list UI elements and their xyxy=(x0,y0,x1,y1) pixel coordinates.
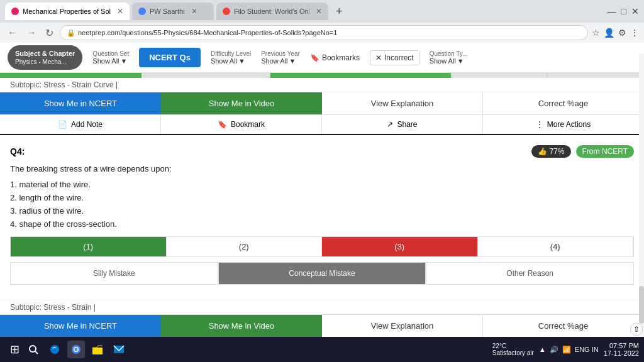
tab-filo[interactable]: Filo Student: World's Only Li... ✕ xyxy=(216,3,328,20)
tray-icon-1: ▲ xyxy=(539,346,546,353)
answer-option-1[interactable]: (1) xyxy=(11,237,167,256)
previous-year-label: Previous Year xyxy=(261,50,300,57)
answer-option-4[interactable]: (4) xyxy=(478,237,634,256)
maximize-button[interactable]: □ xyxy=(621,6,626,16)
scroll-up-button[interactable]: ⇧ xyxy=(630,323,643,336)
taskbar-chrome-icon[interactable] xyxy=(67,341,85,358)
bookmark-star-icon[interactable]: ☆ xyxy=(592,28,600,38)
progress-segment-4 xyxy=(451,73,548,78)
option-4: 4. shape of the cross-section. xyxy=(10,219,634,229)
conceptual-mistake-button[interactable]: Conceptual Mistake xyxy=(218,262,426,285)
taskbar-files-icon[interactable] xyxy=(89,341,106,358)
question-type-value: Show All ▼ xyxy=(430,57,468,65)
bottom-subtopic-bar: Subtopic: Stress - Strain | xyxy=(0,300,644,314)
clock-time: 07:57 PM xyxy=(609,342,639,349)
silly-mistake-button[interactable]: Silly Mistake xyxy=(10,262,218,285)
tab-close-filo[interactable]: ✕ xyxy=(316,7,322,16)
option-2: 2. length of the wire. xyxy=(10,193,634,202)
tab-close-mechanical[interactable]: ✕ xyxy=(117,7,123,16)
incorrect-button[interactable]: ✕ Incorrect xyxy=(370,50,419,65)
answer-bar: (1) (2) (3) (4) xyxy=(10,236,634,257)
share-button[interactable]: ↗ Share xyxy=(322,115,483,134)
difficulty-filter[interactable]: Difficulty Level Show All ▼ xyxy=(211,50,251,65)
taskbar-pinned-icons xyxy=(25,341,128,358)
share-icon: ↗ xyxy=(387,120,393,129)
bottom-correct-pctage-button[interactable]: Correct %age xyxy=(483,315,644,337)
show-video-button[interactable]: Show Me in Video xyxy=(161,92,322,114)
question-type-label: Question Ty... xyxy=(430,50,468,57)
system-tray: ▲ 🔊 📶 ENG IN xyxy=(539,346,599,354)
extensions-icon[interactable]: ⚙ xyxy=(618,28,626,38)
browser-icons: ☆ 👤 ⚙ ⋮ xyxy=(592,28,639,38)
bookmarks-button[interactable]: 🔖 Bookmarks xyxy=(310,53,360,62)
option-1: 1. material of the wire. xyxy=(10,180,634,189)
bottom-view-explanation-button[interactable]: View Explanation xyxy=(322,315,483,337)
question-type-filter[interactable]: Question Ty... Show All ▼ xyxy=(430,50,468,65)
minimize-button[interactable]: — xyxy=(608,6,616,16)
bookmark-button[interactable]: 🔖 Bookmark xyxy=(161,115,322,134)
browser-tabs-bar: Mechanical Properties of Solids: S... ✕ … xyxy=(0,0,644,23)
progress-bar-area xyxy=(0,73,644,78)
view-explanation-button[interactable]: View Explanation xyxy=(322,92,483,114)
bookmarks-label: Bookmarks xyxy=(322,53,360,62)
taskbar-edge-icon[interactable] xyxy=(46,341,64,358)
subject-chapter-button[interactable]: Subject & Chapter Physics - Mecha... xyxy=(8,45,82,70)
tab-icon-mechanical xyxy=(11,8,19,15)
previous-year-filter[interactable]: Previous Year Show All ▼ xyxy=(261,50,300,65)
question-badges: 👍 77% From NCERT xyxy=(531,145,634,158)
window-controls: — □ ✕ xyxy=(608,6,639,16)
previous-year-value: Show All ▼ xyxy=(261,57,300,65)
svg-point-4 xyxy=(75,348,78,351)
tab-mechanical[interactable]: Mechanical Properties of Solids: S... ✕ xyxy=(5,3,130,20)
more-actions-button[interactable]: ⋮ More Actions xyxy=(483,115,644,134)
tab-saarthi[interactable]: PW Saarthi ✕ xyxy=(132,3,214,20)
url-text: neetprep.com/questions/55-Physics/684-Me… xyxy=(78,29,337,36)
new-tab-button[interactable]: + xyxy=(331,5,348,18)
address-bar[interactable]: 🔒 neetprep.com/questions/55-Physics/684-… xyxy=(60,25,588,40)
refresh-button[interactable]: ↻ xyxy=(43,26,56,40)
add-note-button[interactable]: 📄 Add Note xyxy=(0,115,161,134)
bottom-show-video-button[interactable]: Show Me in Video xyxy=(161,315,322,337)
tab-icon-filo xyxy=(223,8,230,15)
question-number: Q4: xyxy=(10,146,25,156)
show-ncert-button[interactable]: Show Me in NCERT xyxy=(0,92,161,114)
bookmark-icon: 🔖 xyxy=(310,53,319,62)
back-button[interactable]: ← xyxy=(5,26,20,40)
bottom-show-ncert-button[interactable]: Show Me in NCERT xyxy=(0,315,161,337)
taskbar-search-icon[interactable] xyxy=(25,341,42,358)
taskbar-mail-icon[interactable] xyxy=(110,341,128,358)
secondary-actions-row: 📄 Add Note 🔖 Bookmark ↗ Share ⋮ More Act… xyxy=(0,115,644,135)
weather-desc: Satisfactory air xyxy=(492,349,534,356)
tab-close-saarthi[interactable]: ✕ xyxy=(191,7,197,16)
like-pct-text: 77% xyxy=(550,147,565,156)
progress-segment-2 xyxy=(142,73,270,78)
close-button[interactable]: ✕ xyxy=(631,6,639,16)
clock-date: 17-11-2022 xyxy=(604,349,639,357)
forward-button[interactable]: → xyxy=(24,26,39,40)
ncert-qs-button[interactable]: NCERT Qs xyxy=(139,48,201,67)
chevron-down-icon: ▼ xyxy=(121,57,128,65)
menu-icon[interactable]: ⋮ xyxy=(630,28,639,38)
main-content: Subject & Chapter Physics - Mecha... Que… xyxy=(0,43,644,337)
add-note-icon: 📄 xyxy=(58,120,67,129)
weather-temp: 22°C xyxy=(492,343,534,349)
chevron-down-icon: ▼ xyxy=(238,57,245,65)
weather-widget: 22°C Satisfactory air xyxy=(492,343,534,356)
more-icon: ⋮ xyxy=(536,120,543,129)
answer-option-2[interactable]: (2) xyxy=(167,237,323,256)
profile-icon[interactable]: 👤 xyxy=(604,28,614,38)
start-button[interactable]: ⊞ xyxy=(5,340,25,359)
question-header: Q4: 👍 77% From NCERT xyxy=(10,145,634,158)
other-reason-button[interactable]: Other Reason xyxy=(426,262,634,285)
chevron-down-icon: ▼ xyxy=(289,57,296,65)
difficulty-label: Difficulty Level xyxy=(211,50,251,57)
bottom-subtopic-text: Subtopic: Stress - Strain | xyxy=(10,303,96,312)
answer-option-3[interactable]: (3) xyxy=(322,237,478,256)
question-set-filter[interactable]: Question Set Show All ▼ xyxy=(92,50,129,65)
correct-pctage-button[interactable]: Correct %age xyxy=(483,92,644,114)
option-3: 3. radius of the wire. xyxy=(10,206,634,216)
svg-point-0 xyxy=(30,346,36,352)
scrollbar-thumb[interactable] xyxy=(639,286,644,324)
scrollbar[interactable] xyxy=(639,53,644,336)
taskbar-clock: 07:57 PM 17-11-2022 xyxy=(604,342,639,357)
